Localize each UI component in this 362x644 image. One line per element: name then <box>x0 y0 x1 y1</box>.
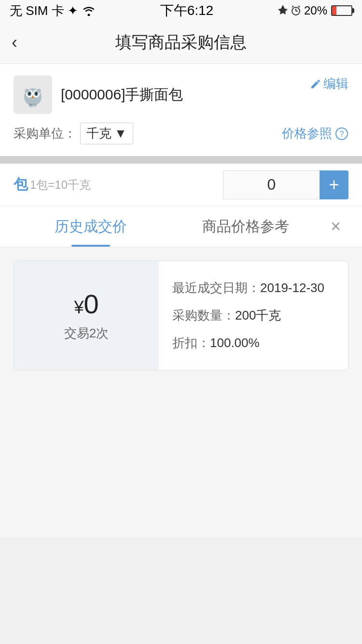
purchase-qty-value: 200千克 <box>235 308 281 322</box>
location-icon <box>278 5 288 16</box>
svg-text:?: ? <box>340 130 344 138</box>
history-card: ¥0 交易2次 最近成交日期：2019-12-30 采购数量：200千克 折扣：… <box>14 261 348 370</box>
price-display: ¥0 <box>74 289 98 319</box>
product-image: 数计 <box>14 75 52 114</box>
tab-history-price[interactable]: 历史成交价 <box>14 206 168 247</box>
battery-icon <box>331 5 352 16</box>
dropdown-icon: ▼ <box>114 126 127 141</box>
card-right: 最近成交日期：2019-12-30 采购数量：200千克 折扣：100.00% <box>159 261 348 370</box>
price-ref-button[interactable]: 价格参照 ? <box>282 125 348 142</box>
discount-value: 100.00% <box>210 336 260 350</box>
battery-percent: 20% <box>304 4 327 17</box>
recent-date-value: 2019-12-30 <box>260 280 324 295</box>
unit-hint: 1包=10千克 <box>30 177 91 193</box>
unit-label: 采购单位： <box>14 125 76 142</box>
svg-point-0 <box>87 14 90 16</box>
svg-point-15 <box>36 89 41 93</box>
card-section: ¥0 交易2次 最近成交日期：2019-12-30 采购数量：200千克 折扣：… <box>0 247 362 537</box>
unit-selector[interactable]: 千克 ▼ <box>80 123 133 144</box>
price-ref-label: 价格参照 <box>282 125 332 142</box>
tab-bar: 历史成交价 商品价格参考 × <box>0 206 362 247</box>
svg-line-4 <box>292 6 293 7</box>
help-icon: ? <box>335 127 348 140</box>
recent-date-row: 最近成交日期：2019-12-30 <box>172 279 334 297</box>
tab-close-button[interactable]: × <box>323 216 348 237</box>
status-bar: 无 SIM 卡 ✦ 下午6:12 20% <box>0 0 362 21</box>
unit-value: 千克 <box>86 125 111 142</box>
purchase-qty-row: 采购数量：200千克 <box>172 306 334 325</box>
edit-icon <box>310 78 321 90</box>
nav-bar: ‹ 填写商品采购信息 <box>0 21 362 64</box>
product-header: 数计 [0000006]手撕面包 编辑 <box>14 75 348 114</box>
svg-point-12 <box>35 93 37 95</box>
back-button[interactable]: ‹ <box>12 32 17 53</box>
unit-badge: 包 <box>14 175 28 195</box>
status-right: 20% <box>278 4 352 17</box>
edit-button[interactable]: 编辑 <box>310 75 348 92</box>
currency-symbol: ¥ <box>74 297 84 317</box>
alarm-icon <box>291 5 301 16</box>
quantity-display[interactable]: 0 <box>223 170 320 199</box>
discount-label: 折扣： <box>172 336 210 350</box>
product-section: 数计 [0000006]手撕面包 编辑 采购单位： 千克 ▼ 价格参照 ? <box>0 64 362 156</box>
trade-count: 交易2次 <box>64 325 109 342</box>
status-left: 无 SIM 卡 ✦ <box>10 2 96 19</box>
svg-text:数计: 数计 <box>29 103 37 108</box>
card-left: ¥0 交易2次 <box>14 261 159 370</box>
tab-section: 历史成交价 商品价格参考 × <box>0 206 362 247</box>
section-divider <box>0 156 362 164</box>
svg-point-11 <box>28 93 30 95</box>
quantity-input-area: 0 + <box>91 170 348 199</box>
quantity-plus-button[interactable]: + <box>320 170 348 199</box>
tab-price-reference[interactable]: 商品价格参考 <box>168 206 322 247</box>
quantity-row: 包 1包=10千克 0 + <box>0 164 362 206</box>
svg-point-14 <box>25 89 29 93</box>
product-name: [0000006]手撕面包 <box>61 85 183 105</box>
wifi-icon <box>82 5 96 16</box>
svg-line-5 <box>298 6 300 7</box>
product-left: 数计 [0000006]手撕面包 <box>14 75 183 114</box>
purchase-qty-label: 采购数量： <box>172 308 235 322</box>
product-meta: 采购单位： 千克 ▼ 价格参照 ? <box>14 123 348 144</box>
recent-date-label: 最近成交日期： <box>172 280 260 295</box>
signal-text: 无 SIM 卡 ✦ <box>10 2 78 19</box>
page-title: 填写商品采购信息 <box>115 31 247 54</box>
status-time: 下午6:12 <box>160 1 214 20</box>
price-value: 0 <box>84 289 98 319</box>
owl-icon: 数计 <box>18 80 47 109</box>
discount-row: 折扣：100.00% <box>172 334 334 352</box>
